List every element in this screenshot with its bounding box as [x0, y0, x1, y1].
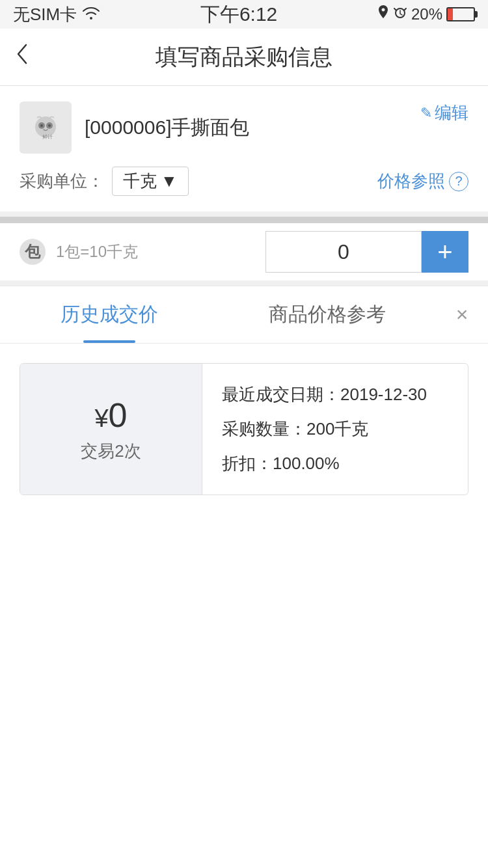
quantity-plus-button[interactable]: +	[422, 231, 468, 273]
tabs-header: 历史成交价 商品价格参考 ×	[0, 286, 488, 344]
battery-icon	[446, 7, 475, 21]
edit-button[interactable]: ✎ 编辑	[420, 102, 468, 124]
unit-label: 采购单位：	[20, 170, 104, 193]
product-name: [0000006]手撕面包	[85, 114, 249, 141]
content-area	[0, 515, 488, 868]
recent-date-row: 最近成交日期：2019-12-30	[222, 382, 448, 407]
price-reference-link[interactable]: 价格参照 ?	[377, 170, 468, 193]
dropdown-arrow-icon: ▼	[161, 171, 178, 191]
svg-point-4	[40, 124, 43, 127]
divider-bar	[0, 217, 488, 223]
tab-close-button[interactable]: ×	[436, 303, 488, 327]
status-bar: 无SIM卡 下午6:12 20%	[0, 0, 488, 29]
currency-symbol: ¥	[94, 405, 108, 432]
product-meta: 采购单位： 千克 ▼ 价格参照 ?	[20, 167, 468, 196]
quantity-left: 包 1包=10千克	[20, 239, 138, 265]
product-thumb-icon: 鲜计	[29, 109, 62, 147]
carrier-text: 无SIM卡	[13, 3, 77, 26]
svg-point-5	[48, 124, 51, 127]
quantity-section: 包 1包=10千克 0 +	[0, 223, 488, 280]
card-details-section: 最近成交日期：2019-12-30 采购数量：200千克 折扣：100.00%	[202, 364, 468, 495]
tab-active-indicator	[83, 340, 135, 343]
quantity-input[interactable]: 0	[265, 231, 422, 273]
help-icon: ?	[449, 172, 468, 191]
card-price-value: ¥0	[94, 396, 127, 435]
tabs-container: 历史成交价 商品价格参考 × ¥0 交易2次 最近成交日期：2019-12-30…	[0, 286, 488, 868]
edit-icon: ✎	[420, 105, 432, 122]
wifi-icon	[82, 5, 100, 25]
status-left: 无SIM卡	[13, 3, 100, 26]
quantity-unit-badge: 包	[20, 239, 46, 265]
transaction-card: ¥0 交易2次 最近成交日期：2019-12-30 采购数量：200千克 折扣：…	[20, 363, 468, 495]
tab-price-reference[interactable]: 商品价格参考	[218, 286, 436, 343]
tab-history-price[interactable]: 历史成交价	[0, 286, 218, 343]
product-info: [0000006]手撕面包	[85, 114, 249, 141]
battery-percentage: 20%	[411, 5, 442, 23]
product-header: 鲜计 [0000006]手撕面包 ✎ 编辑	[20, 102, 468, 154]
transaction-count: 交易2次	[81, 440, 141, 463]
unit-row: 采购单位： 千克 ▼	[20, 167, 189, 196]
product-left: 鲜计 [0000006]手撕面包	[20, 102, 249, 154]
status-time: 下午6:12	[200, 1, 277, 28]
card-price-section: ¥0 交易2次	[20, 364, 202, 495]
alarm-icon	[393, 5, 407, 23]
product-thumbnail: 鲜计	[20, 102, 72, 154]
unit-select[interactable]: 千克 ▼	[112, 167, 189, 196]
svg-text:鲜计: 鲜计	[42, 134, 53, 140]
quantity-controls: 0 +	[265, 231, 468, 273]
back-button[interactable]	[16, 41, 31, 73]
discount-row: 折扣：100.00%	[222, 451, 448, 476]
quantity-conversion: 1包=10千克	[56, 241, 138, 262]
location-icon	[377, 5, 389, 23]
product-section: 鲜计 [0000006]手撕面包 ✎ 编辑 采购单位： 千克 ▼ 价格参照	[0, 86, 488, 211]
purchase-qty-row: 采购数量：200千克	[222, 416, 448, 442]
nav-bar: 填写商品采购信息	[0, 29, 488, 86]
status-right: 20%	[377, 5, 475, 23]
page-title: 填写商品采购信息	[156, 42, 332, 72]
